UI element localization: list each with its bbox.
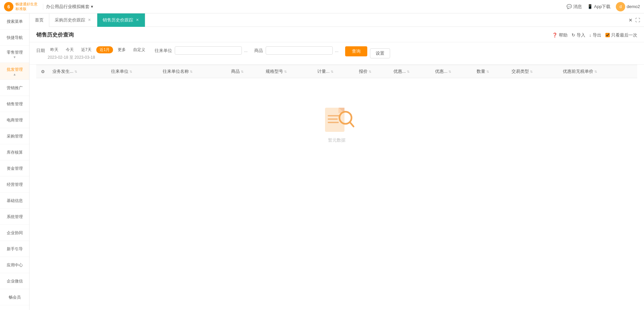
sidebar-item-guide[interactable]: 新手引导 (0, 241, 29, 257)
tab-home[interactable]: 首页 (30, 13, 49, 27)
sidebar-item-finance[interactable]: 资金管理 (0, 160, 29, 176)
tab-bar-right: ✕ ⛶ (625, 17, 644, 23)
only-last-checkbox[interactable]: 只看最后一次 (605, 32, 637, 38)
svg-rect-4 (328, 118, 338, 120)
partner-label: 往来单位 (155, 46, 172, 54)
page-header-actions: ❓ 帮助 ↻ 导入 ↓ 导出 只看最后一次 (552, 32, 638, 38)
col-qty[interactable]: 数量 ⇅ (474, 65, 508, 78)
date-btn-today[interactable]: 今天 (63, 46, 76, 53)
col-discount1[interactable]: 优惠... ⇅ (391, 65, 432, 78)
partner-input[interactable] (175, 46, 242, 55)
col-discount2[interactable]: 优惠... ⇅ (432, 65, 474, 78)
sort-icon: ⇅ (594, 70, 597, 73)
svg-rect-5 (328, 122, 339, 123)
only-last-input[interactable] (605, 33, 610, 37)
sidebar-item-sales[interactable]: 销售管理 (0, 96, 29, 112)
svg-rect-3 (328, 115, 340, 116)
col-settings[interactable]: ⚙ (36, 65, 50, 78)
sidebar-item-wholesale[interactable]: 批发管理 ▲ (0, 63, 29, 80)
tab-sales-close[interactable]: ✕ (135, 18, 140, 22)
empty-svg-icon (320, 105, 357, 135)
message-btn[interactable]: 💬 消息 (567, 4, 582, 10)
product-dots[interactable]: ... (335, 48, 338, 53)
product-filter-group: 商品 ... (254, 46, 338, 55)
col-product[interactable]: 商品 ⇅ (228, 65, 263, 78)
sort-icon: ⇅ (190, 70, 193, 73)
sidebar-item-ops[interactable]: 经营管理 (0, 176, 29, 193)
col-partner-name[interactable]: 往来单位名称 ⇅ (160, 65, 228, 78)
sort-icon: ⇅ (331, 70, 333, 73)
export-btn[interactable]: ↓ 导出 (589, 32, 602, 38)
query-button[interactable]: 查询 (345, 46, 367, 56)
svg-line-7 (350, 122, 354, 126)
tab-sales-label: 销售历史价跟踪 (103, 17, 133, 23)
sidebar-item-search-menu[interactable]: 搜索菜单 (0, 13, 29, 30)
content-area: 首页 采购历史价跟踪 ✕ 销售历史价跟踪 ✕ ✕ ⛶ 销售历史价查询 (30, 13, 644, 310)
date-label: 日期 (36, 46, 45, 54)
help-icon: ❓ (552, 33, 557, 38)
chevron-up-icon: ▲ (13, 72, 16, 76)
sort-icon: ⇅ (407, 70, 410, 73)
sort-icon: ⇅ (284, 70, 287, 73)
empty-state: 暂元数据 (36, 78, 637, 170)
date-btn-7days[interactable]: 近7天 (78, 46, 94, 53)
sidebar-item-purchase[interactable]: 采购管理 (0, 128, 29, 144)
top-header: 6 畅捷通好生意 标准版 办公用品行业模拟账套 ▾ 💬 消息 📱 App下载 d… (0, 0, 644, 13)
table-header-row: ⚙ 业务发生... ⇅ 往来单位 ⇅ (36, 65, 637, 78)
col-unit[interactable]: 计量... ⇅ (315, 65, 356, 78)
tab-maximize-icon[interactable]: ⛶ (635, 17, 640, 23)
sidebar-item-system[interactable]: 系统管理 (0, 209, 29, 225)
header-left: 6 畅捷通好生意 标准版 办公用品行业模拟账套 ▾ (4, 2, 96, 11)
date-range-display: 2023-02-18 至 2023-03-18 (48, 55, 148, 60)
tab-close-all-icon[interactable]: ✕ (629, 17, 633, 23)
partner-input-group: ... (175, 46, 248, 55)
user-btn[interactable]: d demo2 (616, 2, 640, 11)
import-btn[interactable]: ↻ 导入 (572, 32, 585, 38)
col-partner-code[interactable]: 往来单位 ⇅ (108, 65, 160, 78)
sidebar-item-wechat[interactable]: 企业微信 (0, 273, 29, 289)
filter-actions: 查询 设置 (345, 46, 390, 58)
sidebar-item-inventory[interactable]: 库存核算 (0, 144, 29, 160)
date-btn-more[interactable]: 更多 (115, 46, 128, 53)
sort-icon: ⇅ (129, 70, 132, 73)
page-header: 销售历史价查询 ❓ 帮助 ↻ 导入 ↓ 导出 (30, 27, 644, 42)
col-spec[interactable]: 规格型号 ⇅ (263, 65, 315, 78)
col-trade-type[interactable]: 交易类型 ⇅ (509, 65, 560, 78)
page-title: 销售历史价查询 (36, 32, 74, 39)
sort-icon: ⇅ (530, 70, 533, 73)
partner-dots[interactable]: ... (244, 48, 248, 53)
sidebar-item-ecom[interactable]: 电商管理 (0, 112, 29, 128)
tab-sales-history[interactable]: 销售历史价跟踪 ✕ (97, 13, 145, 27)
sort-icon: ⇅ (486, 70, 489, 73)
filter-dates: 昨天 今天 近7天 近1月 更多 自定义 2023-02-18 至 2023-0… (48, 46, 148, 60)
settings-button[interactable]: 设置 (370, 48, 390, 58)
product-input[interactable] (266, 46, 333, 55)
import-icon: ↻ (572, 33, 575, 38)
sidebar-item-apps[interactable]: 应用中心 (0, 257, 29, 273)
tab-purchase-history[interactable]: 采购历史价跟踪 ✕ (49, 13, 97, 27)
message-icon: 💬 (567, 4, 572, 9)
app-download-btn[interactable]: 📱 App下载 (587, 4, 610, 10)
header-right: 💬 消息 📱 App下载 d demo2 (567, 2, 640, 11)
date-btn-yesterday[interactable]: 昨天 (48, 46, 61, 53)
date-btn-1month[interactable]: 近1月 (96, 46, 113, 53)
col-pretax-price[interactable]: 优惠前无税单价 ⇅ (560, 65, 637, 78)
sidebar-item-member[interactable]: 畅会员 (0, 289, 29, 305)
tab-purchase-close[interactable]: ✕ (87, 18, 92, 22)
help-btn[interactable]: ❓ 帮助 (552, 32, 568, 38)
date-filter-group: 日期 昨天 今天 近7天 近1月 更多 自定义 2023-02-18 至 202… (36, 46, 148, 60)
sort-icon: ⇅ (448, 70, 451, 73)
sidebar-item-quick-nav[interactable]: 快捷导航 (0, 30, 29, 46)
filter-bar: 日期 昨天 今天 近7天 近1月 更多 自定义 2023-02-18 至 202… (30, 42, 644, 65)
col-biz-date[interactable]: 业务发生... ⇅ (50, 65, 108, 78)
date-btn-custom[interactable]: 自定义 (130, 46, 148, 53)
chevron-down-icon: ▾ (91, 4, 93, 9)
col-quote[interactable]: 报价 ⇅ (356, 65, 391, 78)
sidebar-item-base[interactable]: 基础信息 (0, 193, 29, 209)
app-selector[interactable]: 办公用品行业模拟账套 ▾ (43, 4, 96, 10)
sidebar-item-retail[interactable]: 零售管理 ▼ (0, 46, 29, 63)
chevron-down-icon: ▼ (13, 55, 16, 59)
sidebar-item-corp[interactable]: 企业协同 (0, 225, 29, 241)
tab-purchase-label: 采购历史价跟踪 (55, 17, 85, 23)
sidebar-item-marketing[interactable]: 营销推广 (0, 80, 29, 96)
